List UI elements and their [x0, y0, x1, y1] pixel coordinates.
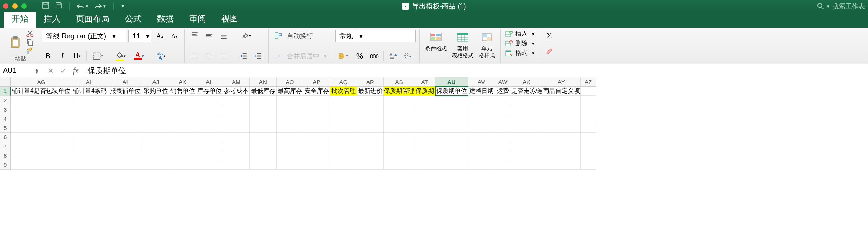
- cell-AX4[interactable]: [511, 114, 542, 123]
- close-window-button[interactable]: [3, 3, 8, 9]
- increase-decimal-button[interactable]: .0.00: [387, 50, 399, 62]
- cell-AN4[interactable]: [250, 114, 277, 123]
- cell-AN1[interactable]: 最低库存: [250, 87, 277, 96]
- cell-AZ3[interactable]: [581, 105, 596, 114]
- cell-AV3[interactable]: [468, 105, 495, 114]
- cell-AP2[interactable]: [303, 96, 330, 105]
- cell-AN2[interactable]: [250, 96, 277, 105]
- cell-AY2[interactable]: [542, 96, 581, 105]
- cell-AM8[interactable]: [223, 151, 250, 160]
- cell-AW8[interactable]: [495, 151, 511, 160]
- delete-cells-button[interactable]: 删除▼: [504, 40, 535, 48]
- cell-AR4[interactable]: [357, 114, 384, 123]
- cell-AL1[interactable]: 库存单位: [196, 87, 223, 96]
- cell-AX5[interactable]: [511, 123, 542, 133]
- cell-AH9[interactable]: [72, 160, 108, 170]
- col-header-AL[interactable]: AL: [196, 77, 223, 87]
- col-header-AO[interactable]: AO: [277, 77, 303, 87]
- cell-AM1[interactable]: 参考成本: [223, 87, 250, 96]
- cell-AQ8[interactable]: [330, 151, 357, 160]
- cell-AG3[interactable]: [11, 105, 72, 114]
- tab-页面布局[interactable]: 页面布局: [68, 11, 117, 28]
- undo-icon[interactable]: ▼: [77, 3, 89, 9]
- cut-icon[interactable]: [26, 30, 34, 38]
- col-header-AY[interactable]: AY: [542, 77, 581, 87]
- row-header-9[interactable]: 9: [0, 160, 11, 170]
- cell-AT7[interactable]: [414, 142, 435, 151]
- align-left-icon[interactable]: [188, 50, 201, 62]
- cell-AY8[interactable]: [542, 151, 581, 160]
- cell-AM5[interactable]: [223, 123, 250, 133]
- cell-AP9[interactable]: [303, 160, 330, 170]
- format-cells-button[interactable]: 格式▼: [504, 49, 535, 57]
- cell-AU7[interactable]: [435, 142, 468, 151]
- cell-AQ4[interactable]: [330, 114, 357, 123]
- cell-AV4[interactable]: [468, 114, 495, 123]
- cell-AO3[interactable]: [277, 105, 303, 114]
- tab-数据[interactable]: 数据: [149, 11, 182, 28]
- cell-AT3[interactable]: [414, 105, 435, 114]
- insert-cells-button[interactable]: 插入▼: [504, 30, 535, 38]
- cell-AL8[interactable]: [196, 151, 223, 160]
- cell-AJ2[interactable]: [142, 96, 169, 105]
- cell-AI7[interactable]: [108, 142, 142, 151]
- cell-AI4[interactable]: [108, 114, 142, 123]
- format-as-table-button[interactable]: 套用 表格格式: [450, 30, 475, 60]
- cell-AT6[interactable]: [414, 133, 435, 142]
- cell-AJ4[interactable]: [142, 114, 169, 123]
- merge-center-label[interactable]: 合并后居中: [287, 52, 319, 61]
- wrap-text-label[interactable]: 自动换行: [287, 31, 313, 40]
- cell-AW5[interactable]: [495, 123, 511, 133]
- cell-AL9[interactable]: [196, 160, 223, 170]
- cell-AK2[interactable]: [169, 96, 196, 105]
- cell-AQ1[interactable]: 批次管理: [330, 87, 357, 96]
- cell-AX2[interactable]: [511, 96, 542, 105]
- col-header-AN[interactable]: AN: [250, 77, 277, 87]
- cell-AQ3[interactable]: [330, 105, 357, 114]
- col-header-AT[interactable]: AT: [414, 77, 435, 87]
- cell-AL5[interactable]: [196, 123, 223, 133]
- cell-AH4[interactable]: [72, 114, 108, 123]
- cell-AT8[interactable]: [414, 151, 435, 160]
- font-size-dropdown[interactable]: 11▾: [128, 30, 151, 42]
- cell-AH1[interactable]: 辅计量4条码: [72, 87, 108, 96]
- cell-AR5[interactable]: [357, 123, 384, 133]
- cell-AU6[interactable]: [435, 133, 468, 142]
- select-all-corner[interactable]: [0, 77, 11, 87]
- cell-AV1[interactable]: 建档日期: [468, 87, 495, 96]
- cell-AH8[interactable]: [72, 151, 108, 160]
- cell-AG2[interactable]: [11, 96, 72, 105]
- tab-视图[interactable]: 视图: [214, 11, 246, 28]
- cell-AS1[interactable]: 保质期管理: [384, 87, 414, 96]
- cell-AO8[interactable]: [277, 151, 303, 160]
- cell-AI3[interactable]: [108, 105, 142, 114]
- row-header-5[interactable]: 5: [0, 123, 11, 133]
- cell-AR3[interactable]: [357, 105, 384, 114]
- cell-AO7[interactable]: [277, 142, 303, 151]
- cell-AU8[interactable]: [435, 151, 468, 160]
- enter-formula-icon[interactable]: ✓: [60, 66, 67, 76]
- cell-AI1[interactable]: 报表辅单位: [108, 87, 142, 96]
- cell-AH7[interactable]: [72, 142, 108, 151]
- cell-AZ8[interactable]: [581, 151, 596, 160]
- cell-AK3[interactable]: [169, 105, 196, 114]
- cell-AI8[interactable]: [108, 151, 142, 160]
- name-box[interactable]: AU1 ▲▼: [0, 64, 42, 77]
- cell-AR7[interactable]: [357, 142, 384, 151]
- cell-AM3[interactable]: [223, 105, 250, 114]
- cell-styles-button[interactable]: 单元 格样式: [477, 30, 496, 60]
- orientation-button[interactable]: ab▾: [237, 30, 254, 41]
- cell-AT4[interactable]: [414, 114, 435, 123]
- cell-AM9[interactable]: [223, 160, 250, 170]
- cell-AS4[interactable]: [384, 114, 414, 123]
- cell-AP7[interactable]: [303, 142, 330, 151]
- cell-AO5[interactable]: [277, 123, 303, 133]
- align-right-icon[interactable]: [218, 50, 230, 62]
- cell-AU9[interactable]: [435, 160, 468, 170]
- cell-AV8[interactable]: [468, 151, 495, 160]
- merge-center-icon[interactable]: [272, 50, 285, 62]
- cell-AJ7[interactable]: [142, 142, 169, 151]
- col-header-AJ[interactable]: AJ: [142, 77, 169, 87]
- cell-AG8[interactable]: [11, 151, 72, 160]
- cell-AW9[interactable]: [495, 160, 511, 170]
